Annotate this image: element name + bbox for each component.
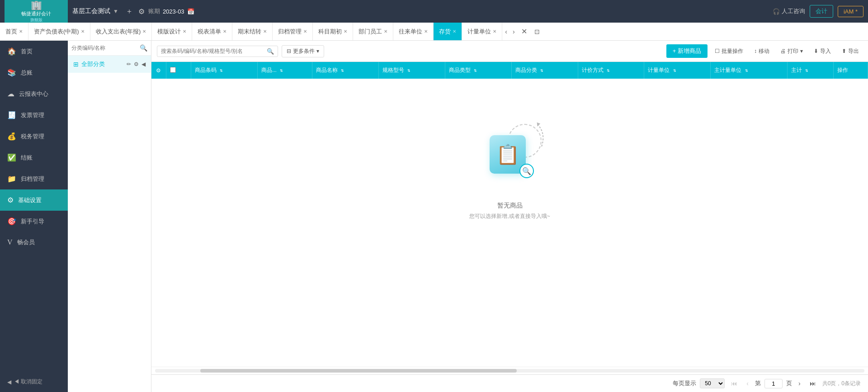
iam-button[interactable]: iAM * <box>838 6 863 17</box>
col-barcode[interactable]: 商品条码 ⇅ <box>191 62 258 79</box>
tab-subject[interactable]: 科目期初 ✕ <box>313 23 353 41</box>
tab-unit-close[interactable]: ✕ <box>493 29 496 34</box>
tab-inventory[interactable]: 存货 ✕ <box>434 23 462 41</box>
tab-archive[interactable]: 归档管理 ✕ <box>273 23 313 41</box>
tab-template[interactable]: 模版设计 ✕ <box>152 23 192 41</box>
sidebar-item-ledger[interactable]: 📚 总账 <box>0 62 68 83</box>
last-page-button[interactable]: ⏭ <box>807 379 819 388</box>
per-page-select[interactable]: 50 100 200 <box>700 378 725 388</box>
company-dropdown-icon[interactable]: ▼ <box>113 8 118 14</box>
collapse-category-icon[interactable]: ◀ <box>142 61 146 67</box>
tab-period[interactable]: 期末结转 ✕ <box>232 23 273 41</box>
tab-income-close[interactable]: ✕ <box>142 29 146 34</box>
tab-template-close[interactable]: ✕ <box>183 29 186 34</box>
support-button[interactable]: 🎧 人工咨询 <box>773 7 805 15</box>
scroll-track[interactable] <box>155 369 864 373</box>
add-product-button[interactable]: + 新增商品 <box>666 44 708 58</box>
sidebar-item-cloud[interactable]: ☁ 云报表中心 <box>0 83 68 104</box>
col-settings[interactable]: ⚙ <box>151 62 166 79</box>
tab-tax-close[interactable]: ✕ <box>223 29 226 34</box>
tab-asset-close[interactable]: ✕ <box>81 29 85 34</box>
first-page-button[interactable]: ⏮ <box>728 379 740 388</box>
tab-prev-button[interactable]: ‹ <box>502 23 510 41</box>
tab-department[interactable]: 部门员工 ✕ <box>353 23 393 41</box>
select-all-checkbox[interactable] <box>170 67 176 73</box>
scroll-thumb[interactable] <box>200 369 517 373</box>
name-sort-icon[interactable]: ⇅ <box>341 69 344 73</box>
type-sort-icon[interactable]: ⇅ <box>474 69 477 73</box>
code-sort-icon[interactable]: ⇅ <box>280 69 283 73</box>
tab-subject-close[interactable]: ✕ <box>344 29 347 34</box>
tab-department-close[interactable]: ✕ <box>384 29 387 34</box>
import-button[interactable]: ⬇ 导入 <box>810 46 835 57</box>
horizontal-scrollbar[interactable] <box>151 367 868 374</box>
add-tab-icon[interactable]: ＋ <box>126 7 133 16</box>
tab-unit[interactable]: 计量单位 ✕ <box>462 23 502 41</box>
barcode-sort-icon[interactable]: ⇅ <box>220 69 223 73</box>
page-input[interactable] <box>764 379 783 388</box>
product-search-input[interactable] <box>161 48 265 54</box>
settings-icon[interactable]: ⚙ <box>138 7 145 16</box>
logo-text: 畅捷通好会计 <box>21 10 51 17</box>
tab-asset[interactable]: 资产负债表(中期) ✕ <box>28 23 90 41</box>
product-search-icon[interactable]: 🔍 <box>267 48 274 55</box>
print-button[interactable]: 🖨 打印 ▾ <box>777 46 807 57</box>
tab-contact[interactable]: 往来单位 ✕ <box>393 23 434 41</box>
category-sort-icon[interactable]: ⇅ <box>540 69 543 73</box>
price-sort-icon[interactable]: ⇅ <box>607 69 610 73</box>
col-unit[interactable]: 计量单位 ⇅ <box>644 62 711 79</box>
tab-close-all-button[interactable]: ✕ <box>518 23 531 41</box>
unit-sort-icon[interactable]: ⇅ <box>673 69 676 73</box>
sidebar-item-settings[interactable]: ⚙ 基础设置 <box>0 189 68 211</box>
tab-tax[interactable]: 税表清单 ✕ <box>192 23 232 41</box>
sidebar-home-label: 首页 <box>21 47 33 56</box>
sidebar-settings-label: 基础设置 <box>18 196 42 204</box>
sidebar-item-archive[interactable]: 📁 归档管理 <box>0 168 68 189</box>
sidebar-item-guide[interactable]: 🎯 新手引导 <box>0 211 68 232</box>
prev-page-button[interactable]: ‹ <box>744 379 751 388</box>
next-page-button[interactable]: › <box>796 379 803 388</box>
col-category[interactable]: 商品分类 ⇅ <box>511 62 578 79</box>
tab-next-button[interactable]: › <box>510 23 518 41</box>
col-price-method[interactable]: 计价方式 ⇅ <box>578 62 644 79</box>
category-search-icon[interactable]: 🔍 <box>140 44 147 52</box>
tab-expand-button[interactable]: ⊡ <box>531 23 543 41</box>
col-code[interactable]: 商品... ⇅ <box>257 62 312 79</box>
col-name[interactable]: 商品名称 ⇅ <box>312 62 378 79</box>
main-count-sort-icon[interactable]: ⇅ <box>805 69 808 73</box>
tab-period-close[interactable]: ✕ <box>263 29 267 34</box>
tab-homepage-close[interactable]: ✕ <box>19 29 23 34</box>
main-unit-sort-icon[interactable]: ⇅ <box>745 69 748 73</box>
sidebar-item-home[interactable]: 🏠 首页 <box>0 41 68 62</box>
category-search-input[interactable] <box>71 45 140 51</box>
account-button[interactable]: 会计 <box>810 5 833 18</box>
col-checkbox[interactable] <box>166 62 191 79</box>
logo[interactable]: 🏢 畅捷通好会计 旗舰版 <box>5 0 68 23</box>
export-button[interactable]: ⬆ 导出 <box>838 46 863 57</box>
spec-sort-icon[interactable]: ⇅ <box>407 69 410 73</box>
tab-inventory-close[interactable]: ✕ <box>453 29 456 34</box>
sidebar-item-tax[interactable]: 💰 税务管理 <box>0 126 68 147</box>
sidebar-unpin-button[interactable]: ◀ ◀ 取消固定 <box>0 372 68 392</box>
tab-contact-close[interactable]: ✕ <box>424 29 428 34</box>
batch-button[interactable]: ☐ 批量操作 <box>711 46 747 57</box>
tab-homepage[interactable]: 首页 ✕ <box>0 23 28 41</box>
sidebar-item-settle[interactable]: ✅ 结账 <box>0 147 68 168</box>
settings-category-icon[interactable]: ⚙ <box>134 61 139 67</box>
move-button[interactable]: ↕ 移动 <box>750 46 773 57</box>
category-all-item[interactable]: ⊞ 全部分类 ✏ ⚙ ◀ <box>68 56 151 73</box>
more-filter-button[interactable]: ⊟ 更多条件 ▾ <box>282 45 324 57</box>
sidebar-item-member[interactable]: V 畅会员 <box>0 232 68 253</box>
col-spec[interactable]: 规格型号 ⇅ <box>378 62 445 79</box>
col-main-count[interactable]: 主计 ⇅ <box>787 62 833 79</box>
calendar-icon[interactable]: 📅 <box>187 8 194 15</box>
sidebar-item-invoice[interactable]: 🧾 发票管理 <box>0 104 68 126</box>
col-type[interactable]: 商品类型 ⇅ <box>445 62 511 79</box>
tab-archive-close[interactable]: ✕ <box>303 29 307 34</box>
tab-tax-label: 税表清单 <box>198 28 221 36</box>
col-main-unit[interactable]: 主计量单位 ⇅ <box>711 62 787 79</box>
sidebar-guide-label: 新手引导 <box>21 217 44 226</box>
edit-category-icon[interactable]: ✏ <box>127 61 131 67</box>
tab-income[interactable]: 收入支出表(年报) ✕ <box>90 23 152 41</box>
period-value[interactable]: 2023-03 <box>163 8 184 15</box>
